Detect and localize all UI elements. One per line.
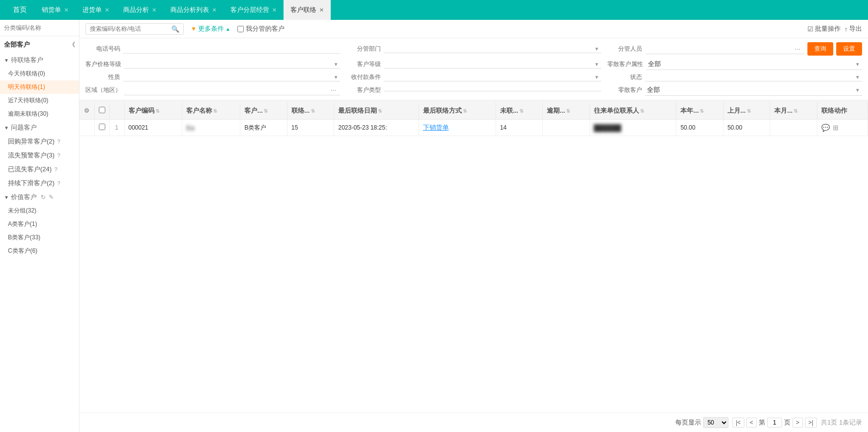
sort-lmonth-icon[interactable]: ⇅: [747, 108, 751, 114]
page-nav: |< < 第 页 > >|: [732, 418, 817, 428]
search-button-icon[interactable]: 🔍: [171, 25, 179, 33]
select-all-checkbox[interactable]: [99, 107, 105, 113]
phone-input[interactable]: [123, 44, 340, 54]
chevron-up-icon: ▲: [225, 26, 230, 32]
my-customers-checkbox[interactable]: [237, 26, 244, 32]
dept-label: 分管部门: [346, 45, 381, 53]
all-customers-title[interactable]: 全部客户 《: [0, 36, 79, 53]
sidebar-search-input[interactable]: [4, 24, 78, 31]
dept-select[interactable]: ▼: [384, 45, 601, 53]
filter-payment: 收付款条件 ▼: [346, 73, 601, 81]
row-checkbox[interactable]: [99, 124, 105, 130]
close-analysis-icon[interactable]: ✕: [152, 7, 156, 13]
sort-overdue-icon[interactable]: ⇅: [566, 108, 570, 114]
edit-icon[interactable]: ✎: [49, 194, 54, 201]
prev-page-btn[interactable]: <: [746, 418, 757, 428]
retail-customer-arrow: ▼: [855, 87, 860, 93]
filter-retail-customer: 零散客户 全部 ▼: [607, 84, 862, 96]
nav-tab-sales[interactable]: 销货单 ✕: [35, 0, 75, 20]
close-contact-icon[interactable]: ✕: [319, 7, 324, 13]
customer-level-select[interactable]: ▼: [384, 61, 601, 69]
sidebar-item-today[interactable]: 今天待联络(0): [0, 67, 79, 80]
retail-customer-select[interactable]: 全部 ▼: [645, 84, 862, 96]
sidebar-item-type-c[interactable]: C类客户(6): [0, 244, 79, 258]
person-select[interactable]: ···: [645, 44, 804, 54]
action-icon-2[interactable]: ⊞: [833, 124, 839, 132]
filter-retail-attr: 零散客户属性 全部 ▼: [607, 59, 862, 70]
nav-tab-analysis[interactable]: 商品分析 ✕: [116, 0, 163, 20]
batch-op-btn[interactable]: ☑ 批量操作: [807, 24, 841, 33]
customer-level-label: 客户等级: [346, 60, 381, 69]
sidebar-item-declining[interactable]: 持续下滑客户(2) ?: [0, 176, 79, 190]
status-select[interactable]: ▼: [645, 73, 862, 81]
th-settings[interactable]: ⚙: [79, 102, 94, 120]
group-problem-customers[interactable]: ▼ 问题客户: [0, 121, 79, 135]
last-page-btn[interactable]: >|: [805, 418, 817, 428]
sort-method-icon[interactable]: ⇅: [463, 108, 467, 114]
filter-area: 电话号码 分管部门 ▼ 分管人员 ··· 查询 设置: [79, 38, 868, 100]
th-this-year: 本年... ⇅: [676, 102, 723, 120]
sidebar-item-repurchase-abnormal[interactable]: 回购异常客户(2) ?: [0, 135, 79, 148]
nav-tab-customer-tier[interactable]: 客户分层经营 ✕: [223, 0, 284, 20]
my-customers-label: 我分管的客户: [246, 24, 285, 33]
sort-contacts-icon[interactable]: ⇅: [311, 108, 315, 114]
sort-code-icon[interactable]: ⇅: [155, 108, 159, 114]
sort-name-icon[interactable]: ⇅: [213, 108, 217, 114]
action-icon-1[interactable]: 💬: [821, 124, 830, 132]
row-num: 1: [109, 120, 124, 136]
customer-type-label: 客户类型: [346, 86, 381, 94]
region-select[interactable]: ···: [124, 85, 340, 95]
nature-select[interactable]: ▼: [123, 73, 340, 81]
close-purchase-icon[interactable]: ✕: [105, 7, 109, 13]
sort-unit-icon[interactable]: ⇅: [640, 108, 644, 114]
region-dots-icon[interactable]: ···: [329, 86, 339, 94]
sidebar-item-tomorrow[interactable]: 明天待联络(1): [0, 80, 79, 94]
close-sales-icon[interactable]: ✕: [64, 7, 69, 13]
sidebar-search-box: 🔍: [0, 20, 79, 36]
sidebar-item-type-b[interactable]: B类客户(33): [0, 231, 79, 244]
sort-year-icon[interactable]: ⇅: [700, 108, 704, 114]
sidebar-item-overdue[interactable]: 逾期未联络(30): [0, 107, 79, 121]
export-icon: ↑: [845, 25, 848, 33]
person-dots-icon[interactable]: ···: [793, 45, 802, 53]
filter-nature: 性质 ▼: [85, 73, 340, 81]
close-tier-icon[interactable]: ✕: [272, 7, 277, 13]
price-level-label: 客户价格等级: [85, 60, 121, 69]
search-input[interactable]: [90, 25, 169, 32]
sidebar-item-churn-warning[interactable]: 流失预警客户(3) ?: [0, 148, 79, 162]
row-last-month: 50.00: [723, 120, 770, 136]
first-page-btn[interactable]: |<: [732, 418, 744, 428]
set-button[interactable]: 设置: [836, 42, 862, 56]
query-button[interactable]: 查询: [807, 42, 833, 56]
nav-tab-customer-contact[interactable]: 客户联络 ✕: [284, 0, 331, 20]
group-value-customers[interactable]: ▼ 价值客户 ↻ ✎: [0, 190, 79, 204]
nav-home[interactable]: 首页: [5, 0, 35, 20]
group-pending-contact[interactable]: ▼ 待联络客户: [0, 53, 79, 67]
nav-tab-analysis-list[interactable]: 商品分析列表 ✕: [163, 0, 223, 20]
page-input[interactable]: [767, 418, 782, 428]
customer-type-select[interactable]: [384, 89, 601, 91]
close-analysis-list-icon[interactable]: ✕: [212, 7, 217, 13]
payment-arrow: ▼: [594, 74, 599, 80]
sidebar-item-type-a[interactable]: A类客户(1): [0, 217, 79, 231]
sidebar-item-7days[interactable]: 近7天待联络(0): [0, 94, 79, 107]
export-btn[interactable]: ↑ 导出: [845, 24, 863, 33]
sort-cat-icon[interactable]: ⇅: [264, 108, 268, 114]
sidebar-item-churned[interactable]: 已流失客户(24) ?: [0, 162, 79, 176]
retail-attr-label: 零散客户属性: [607, 60, 643, 69]
payment-select[interactable]: ▼: [384, 73, 601, 81]
retail-attr-select[interactable]: 全部 ▼: [646, 59, 862, 70]
nav-tab-purchase[interactable]: 进货单 ✕: [75, 0, 116, 20]
sort-date-icon[interactable]: ⇅: [378, 108, 382, 114]
page-size-dropdown[interactable]: 50 100 200: [703, 417, 728, 428]
next-page-btn[interactable]: >: [793, 418, 803, 428]
sort-tmonth-icon[interactable]: ⇅: [794, 108, 797, 114]
sidebar-item-ungrouped[interactable]: 未分组(32): [0, 204, 79, 217]
main-layout: 🔍 全部客户 《 ▼ 待联络客户 今天待联络(0) 明天待联络(1) 近7天待联…: [0, 20, 868, 432]
price-level-select[interactable]: ▼: [124, 61, 340, 69]
sort-uncontacted-icon[interactable]: ⇅: [519, 108, 523, 114]
last-method-link[interactable]: 下销货单: [423, 124, 449, 131]
row-last-method: 下销货单: [419, 120, 496, 136]
more-conditions-btn[interactable]: ▼ 更多条件 ▲: [188, 23, 233, 35]
refresh-icon[interactable]: ↻: [41, 194, 46, 201]
